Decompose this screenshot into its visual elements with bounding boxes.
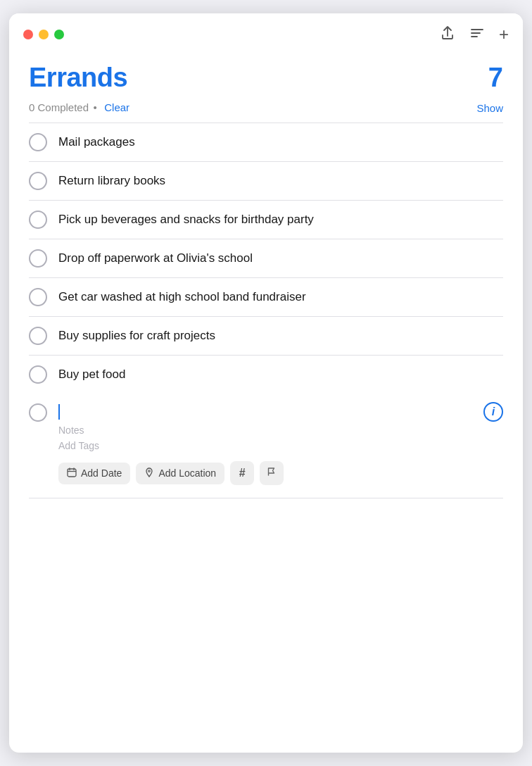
task-checkbox-7[interactable]	[29, 365, 47, 384]
text-cursor	[58, 404, 60, 420]
info-icon[interactable]: i	[483, 402, 503, 422]
add-location-label: Add Location	[158, 467, 216, 479]
calendar-icon	[67, 467, 77, 479]
task-row: Return library books	[29, 162, 503, 201]
task-checkbox-6[interactable]	[29, 327, 47, 345]
notes-placeholder[interactable]: Notes	[58, 423, 503, 437]
task-label-1: Mail packages	[58, 134, 135, 150]
add-icon[interactable]: +	[499, 25, 509, 44]
tags-placeholder[interactable]: Add Tags	[58, 439, 503, 453]
minimize-button[interactable]	[39, 30, 49, 39]
add-date-label: Add Date	[81, 467, 122, 479]
new-task-input[interactable]	[65, 406, 478, 418]
task-label-5: Get car washed at high school band fundr…	[58, 289, 306, 305]
completed-status: 0 Completed • Clear	[29, 101, 129, 114]
new-task-input-wrapper: i	[58, 402, 503, 422]
task-list: Mail packages Return library books Pick …	[29, 123, 503, 394]
list-title: Errands	[29, 63, 127, 93]
list-header: Errands 7	[29, 57, 503, 96]
app-window: + Errands 7 0 Completed • Clear Show Mai…	[9, 13, 523, 753]
svg-rect-3	[68, 469, 76, 477]
task-row: Drop off paperwork at Olivia's school	[29, 239, 503, 278]
task-label-4: Drop off paperwork at Olivia's school	[58, 251, 253, 266]
content-area: Errands 7 0 Completed • Clear Show Mail …	[9, 50, 523, 753]
task-row: Pick up beverages and snacks for birthda…	[29, 201, 503, 239]
new-task-row: i Notes Add Tags	[29, 394, 503, 498]
list-count: 7	[488, 63, 503, 93]
task-row: Get car washed at high school band fundr…	[29, 278, 503, 317]
new-task-checkbox[interactable]	[29, 403, 47, 422]
task-checkbox-3[interactable]	[29, 211, 47, 229]
task-checkbox-1[interactable]	[29, 133, 47, 151]
dot-separator: •	[94, 101, 97, 113]
list-options-icon[interactable]	[469, 25, 485, 44]
task-checkbox-2[interactable]	[29, 172, 47, 190]
task-checkbox-4[interactable]	[29, 249, 47, 268]
action-buttons-row: Add Date Add Location #	[58, 454, 503, 495]
title-bar: +	[9, 13, 523, 50]
location-icon	[144, 467, 154, 479]
traffic-lights	[23, 30, 64, 39]
maximize-button[interactable]	[54, 30, 64, 39]
add-date-button[interactable]: Add Date	[58, 463, 130, 484]
svg-point-7	[148, 470, 151, 472]
status-row: 0 Completed • Clear Show	[29, 96, 503, 123]
share-icon[interactable]	[440, 25, 455, 44]
task-label-2: Return library books	[58, 173, 165, 189]
task-label-6: Buy supplies for craft projects	[58, 328, 215, 344]
task-checkbox-5[interactable]	[29, 288, 47, 306]
flag-icon	[267, 467, 277, 479]
task-label-3: Pick up beverages and snacks for birthda…	[58, 212, 314, 227]
close-button[interactable]	[23, 30, 33, 39]
info-icon-letter: i	[492, 406, 495, 418]
task-label-7: Buy pet food	[58, 367, 125, 382]
task-row: Mail packages	[29, 123, 503, 162]
task-row: Buy supplies for craft projects	[29, 317, 503, 356]
new-task-content: i Notes Add Tags	[58, 402, 503, 495]
title-bar-actions: +	[440, 25, 509, 44]
clear-button[interactable]: Clear	[104, 101, 129, 113]
show-button[interactable]: Show	[476, 102, 503, 114]
completed-text: 0 Completed	[29, 101, 89, 113]
hashtag-icon: #	[239, 467, 246, 479]
hashtag-button[interactable]: #	[230, 461, 254, 485]
flag-button[interactable]	[260, 461, 284, 485]
add-location-button[interactable]: Add Location	[136, 463, 224, 484]
task-row: Buy pet food	[29, 356, 503, 394]
